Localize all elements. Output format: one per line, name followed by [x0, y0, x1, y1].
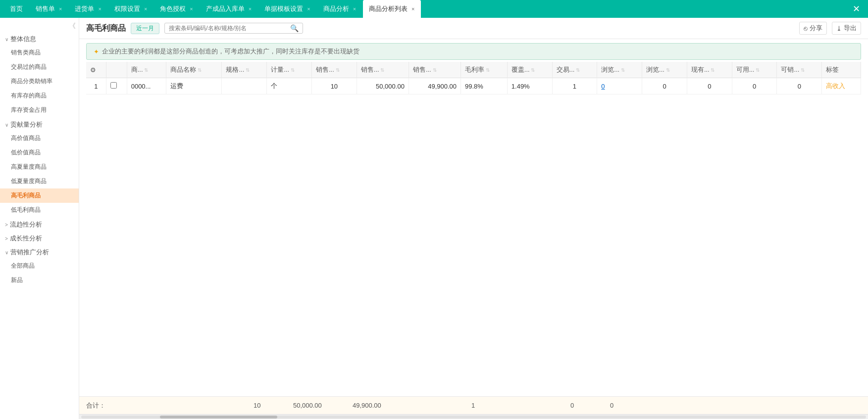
scrollbar-track — [81, 416, 866, 419]
sidebar-group-title[interactable]: ∨贡献量分析 — [0, 117, 79, 131]
table-col-header — [106, 62, 127, 78]
table-cell-views1[interactable]: 0 — [597, 78, 642, 94]
sidebar-item[interactable]: 商品分类助销率 — [0, 74, 79, 89]
chevron-icon: > — [5, 222, 8, 228]
table-col-header[interactable]: 交易... ⇅ — [552, 62, 597, 78]
sort-icon[interactable]: ⇅ — [574, 67, 580, 73]
nav-close-icon[interactable]: × — [307, 6, 310, 12]
row-checkbox[interactable] — [110, 82, 117, 89]
table-col-header[interactable]: 商品名称 ⇅ — [166, 62, 222, 78]
table-cell-sales_profit: 49,900.00 — [408, 78, 460, 94]
table-col-header[interactable]: 毛利率 ⇅ — [461, 62, 508, 78]
sidebar-item[interactable]: 有库存的商品 — [0, 89, 79, 103]
footer-total-bar: 合计： 10 50,000.00 49,900.00 1 0 0 — [79, 396, 868, 414]
sidebar-item[interactable]: 销售类商品 — [0, 46, 79, 60]
data-table: ⚙商... ⇅商品名称 ⇅规格... ⇅计量... ⇅销售... ⇅销售... … — [86, 62, 861, 94]
table-cell-gross_margin: 99.8% — [461, 78, 508, 94]
bulb-icon: ✦ — [94, 48, 99, 55]
footer-sales-amount: 50,000.00 — [289, 402, 349, 409]
nav-item[interactable]: 首页 — [4, 0, 29, 18]
table-col-header[interactable]: 浏览... ⇅ — [642, 62, 687, 78]
table-col-header[interactable]: 销售... ⇅ — [408, 62, 460, 78]
chevron-icon: ∨ — [5, 37, 8, 42]
sidebar-item[interactable]: 高价值商品 — [0, 131, 79, 145]
sort-icon[interactable]: ⇅ — [799, 67, 805, 73]
table-body: 10000...运费个1050,000.0049,900.0099.8%1.49… — [86, 78, 861, 94]
table-col-header[interactable]: 覆盖... ⇅ — [507, 62, 552, 78]
sidebar-group-title[interactable]: >成长性分析 — [0, 231, 79, 245]
footer-trade: 1 — [467, 402, 507, 409]
nav-close-icon[interactable]: × — [190, 6, 193, 12]
sort-icon[interactable]: ⇅ — [289, 67, 295, 73]
sort-icon[interactable]: ⇅ — [530, 67, 535, 73]
sidebar-item[interactable]: 低毛利商品 — [0, 203, 79, 217]
sort-icon[interactable]: ⇅ — [143, 67, 149, 73]
sidebar-item[interactable]: 全部商品 — [0, 259, 79, 273]
sidebar-item[interactable]: 库存资金占用 — [0, 103, 79, 117]
table-col-header[interactable]: 销售... ⇅ — [357, 62, 408, 78]
footer-current-stock: 0 — [566, 402, 606, 409]
sort-icon[interactable]: ⇅ — [431, 67, 437, 73]
sidebar-item[interactable]: 低夏量度商品 — [0, 174, 79, 188]
sidebar-item[interactable]: 新品 — [0, 273, 79, 287]
sort-icon[interactable]: ⇅ — [664, 67, 670, 73]
content-area: 高毛利商品 近一月 🔍 ⎋ 分享 ⤓ 导出 ✦ 企业的主要的利润都是这部分商品创… — [79, 18, 868, 419]
nav-item[interactable]: 商品分析列表× — [363, 0, 420, 18]
footer-sales-profit: 49,900.00 — [349, 402, 408, 409]
nav-item[interactable]: 权限设置× — [108, 0, 153, 18]
sort-icon[interactable]: ⇅ — [196, 67, 202, 73]
table-col-header[interactable]: 商... ⇅ — [127, 62, 166, 78]
table-cell-available_stock: 0 — [732, 78, 777, 94]
time-filter-button[interactable]: 近一月 — [131, 23, 159, 34]
sort-icon[interactable]: ⇅ — [244, 67, 250, 73]
sidebar-item[interactable]: 高夏量度商品 — [0, 160, 79, 174]
sort-icon[interactable]: ⇅ — [334, 67, 340, 73]
sidebar-group-title[interactable]: >流趋性分析 — [0, 217, 79, 231]
table-cell-current_stock: 0 — [687, 78, 732, 94]
table-col-header[interactable]: 可用... ⇅ — [732, 62, 777, 78]
info-text: 企业的主要的利润都是这部分商品创造的，可考虑加大推广，同时关注库存是不要出现缺货 — [102, 47, 359, 56]
sort-icon[interactable]: ⇅ — [619, 67, 625, 73]
nav-item[interactable]: 销售单× — [30, 0, 68, 18]
table-cell-checkbox — [106, 78, 127, 94]
nav-item[interactable]: 单据模板设置× — [258, 0, 316, 18]
search-icon[interactable]: 🔍 — [290, 24, 299, 32]
sort-icon[interactable]: ⇅ — [484, 67, 490, 73]
sidebar-item[interactable]: 高毛利商品 — [0, 188, 79, 203]
sidebar-collapse-button[interactable]: 《 — [69, 22, 76, 31]
sidebar-group-title[interactable]: ∨营销推广分析 — [0, 245, 79, 259]
nav-close-icon[interactable]: × — [59, 6, 62, 12]
chevron-icon: ∨ — [5, 122, 8, 128]
table-col-header[interactable]: 销售... ⇅ — [312, 62, 357, 78]
sidebar-item[interactable]: 交易过的商品 — [0, 60, 79, 74]
horizontal-scrollbar[interactable] — [79, 414, 868, 419]
window-close-button[interactable]: ✕ — [849, 3, 864, 14]
nav-close-icon[interactable]: × — [353, 6, 356, 12]
table-col-header[interactable]: 浏览... ⇅ — [597, 62, 642, 78]
sort-icon[interactable]: ⇅ — [710, 67, 715, 73]
table-col-header[interactable]: 规格... ⇅ — [222, 62, 267, 78]
scrollbar-thumb[interactable] — [160, 416, 278, 419]
nav-item[interactable]: 产成品入库单× — [200, 0, 257, 18]
nav-close-icon[interactable]: × — [98, 6, 101, 12]
nav-item[interactable]: 进货单× — [69, 0, 107, 18]
sort-icon[interactable]: ⇅ — [754, 67, 760, 73]
nav-item[interactable]: 角色授权× — [154, 0, 199, 18]
table-cell-code: 0000... — [127, 78, 166, 94]
share-icon: ⎋ — [804, 25, 808, 32]
nav-close-icon[interactable]: × — [249, 6, 252, 12]
nav-item[interactable]: 商品分析× — [317, 0, 362, 18]
nav-close-icon[interactable]: × — [144, 6, 147, 12]
sidebar-group-title[interactable]: ∨整体信息 — [0, 32, 79, 46]
top-nav: 首页销售单×进货单×权限设置×角色授权×产成品入库单×单据模板设置×商品分析×商… — [0, 0, 868, 18]
nav-close-icon[interactable]: × — [411, 6, 414, 12]
table-col-header[interactable]: 现有... ⇅ — [687, 62, 732, 78]
table-col-header[interactable]: 计量... ⇅ — [267, 62, 312, 78]
share-button[interactable]: ⎋ 分享 — [799, 22, 827, 35]
table-col-header[interactable]: 可销... ⇅ — [777, 62, 822, 78]
search-input[interactable] — [169, 25, 287, 32]
sidebar-item[interactable]: 低价值商品 — [0, 145, 79, 160]
sort-icon[interactable]: ⇅ — [379, 67, 385, 73]
views-link[interactable]: 0 — [601, 83, 605, 90]
export-button[interactable]: ⤓ 导出 — [832, 22, 861, 35]
